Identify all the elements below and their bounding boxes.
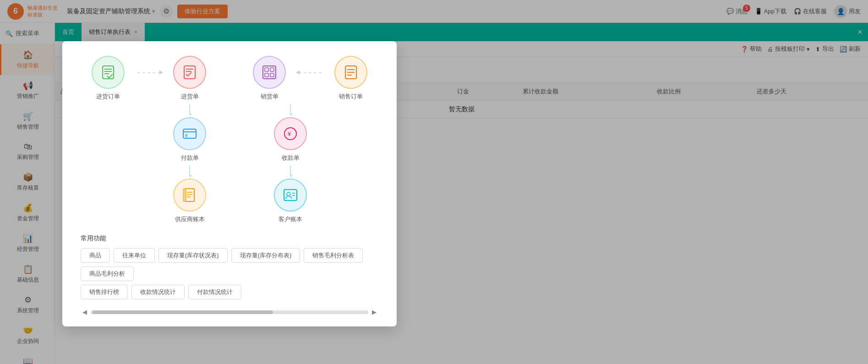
supplier-ledger-circle [173, 179, 206, 212]
fn-btn-partner[interactable]: 往来单位 [114, 248, 155, 263]
payment-circle: ¥ [173, 117, 206, 150]
sales-order-circle [334, 56, 367, 89]
fn-btn-receipt-stat[interactable]: 收款情况统计 [131, 285, 185, 299]
scroll-left-button[interactable]: ◀ [81, 309, 89, 315]
svg-rect-11 [270, 73, 274, 77]
scrollbar-thumb[interactable] [93, 310, 273, 314]
function-buttons-row: 商品 往来单位 现存量(库存状况表) 现存量(库存分布表) 销售毛利分析表 商品… [81, 248, 378, 281]
svg-text:¥: ¥ [185, 133, 188, 138]
svg-text:¥: ¥ [287, 130, 291, 137]
flow-middle-row: ¥ 付款单 ¥ 收款单 [81, 117, 378, 162]
node-payment[interactable]: ¥ 付款单 [162, 117, 217, 162]
receipt-circle: ¥ [274, 117, 307, 150]
fn-btn-sales-rank[interactable]: 销售排行榜 [81, 285, 128, 299]
flow-vertical-connectors: ▼ ▼ [81, 104, 378, 114]
svg-rect-21 [185, 189, 194, 201]
purchase-bill-v-connector: ▼ [162, 104, 217, 114]
node-purchase-order[interactable]: 进货订单 [81, 56, 136, 101]
sales-bill-circle [253, 56, 286, 89]
purchase-bill-circle [173, 56, 206, 89]
flow-vertical-connectors-2: ▼ ▼ [81, 166, 378, 175]
purchase-order-circle [92, 56, 125, 89]
node-purchase-bill[interactable]: 进货单 [162, 56, 217, 101]
common-functions-section: 常用功能 商品 往来单位 现存量(库存状况表) 现存量(库存分布表) 销售毛利分… [81, 234, 378, 299]
node-receipt[interactable]: ¥ 收款单 [263, 117, 318, 162]
common-functions-title: 常用功能 [81, 234, 378, 243]
arrow-purchase-to-bill: ▶ [136, 72, 162, 84]
scrollbar-track[interactable] [91, 310, 368, 314]
receipt-v-connector: ▼ [263, 166, 318, 175]
fn-btn-product[interactable]: 商品 [81, 248, 110, 263]
fn-btn-stock-status[interactable]: 现存量(库存状况表) [158, 248, 228, 263]
svg-rect-9 [265, 73, 268, 77]
fn-btn-sales-profit[interactable]: 销售毛利分析表 [304, 248, 363, 263]
dialog-scrollbar: ◀ ▶ [81, 309, 378, 315]
node-supplier-ledger[interactable]: 供应商账本 [162, 179, 217, 223]
customer-ledger-circle [274, 179, 307, 212]
svg-point-27 [287, 192, 290, 196]
fn-btn-stock-dist[interactable]: 现存量(库存分布表) [231, 248, 300, 263]
dialog-overlay: 进货订单 ▶ 进货单 [0, 0, 868, 364]
scroll-right-button[interactable]: ▶ [370, 309, 378, 315]
payment-v-connector: ▼ [162, 166, 217, 175]
svg-rect-4 [184, 66, 195, 79]
quick-nav-dialog: 进货订单 ▶ 进货单 [62, 41, 397, 326]
flow-diagram: 进货订单 ▶ 进货单 [81, 56, 378, 223]
node-sales-bill[interactable]: 销货单 [242, 56, 297, 101]
sales-bill-v-connector: ▼ [263, 104, 318, 114]
fn-btn-product-profit[interactable]: 商品毛利分析 [81, 266, 134, 281]
function-buttons-row-2: 销售排行榜 收款情况统计 付款情况统计 [81, 285, 378, 299]
fn-btn-payment-stat[interactable]: 付款情况统计 [188, 285, 241, 299]
svg-rect-22 [183, 189, 186, 201]
flow-top-row: 进货订单 ▶ 进货单 [81, 56, 378, 101]
svg-rect-8 [265, 68, 268, 71]
node-sales-order[interactable]: 销售订单 [323, 56, 378, 101]
arrow-sales-order-to-bill: ◀ [297, 72, 323, 84]
svg-rect-10 [270, 68, 274, 71]
node-customer-ledger[interactable]: 客户账本 [263, 179, 318, 223]
flow-bottom-row: 供应商账本 客户账本 [81, 179, 378, 223]
